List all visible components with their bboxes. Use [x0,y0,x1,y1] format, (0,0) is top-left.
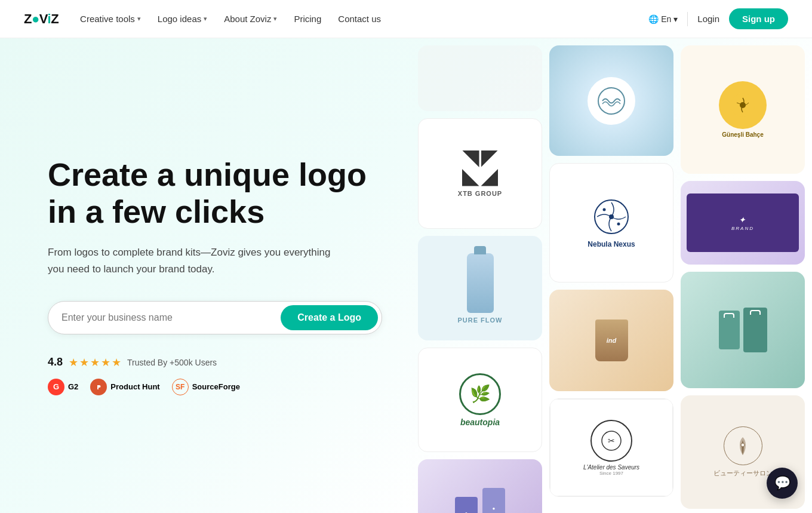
business-name-form: Create a Logo [48,301,382,334]
star-icon: ★ [69,356,78,369]
bottle-icon [467,253,494,313]
rating-number: 4.8 [48,356,63,368]
bag-icon [743,308,767,352]
pure-flow-card[interactable]: PURE FLOW [418,236,542,340]
coffee-cup-card[interactable]: ind [549,290,673,391]
wave-diner-card[interactable] [549,45,673,156]
hero-title: Create a unique logo in a few clicks [48,156,382,230]
xtb-symbol [462,150,498,186]
jp-beauty-label: ビューティーサロン [713,469,773,478]
svg-point-3 [609,214,614,219]
product-hunt-badge[interactable]: Product Hunt [90,379,159,395]
star-icon: ★ [112,356,121,369]
nebula-icon [592,198,631,236]
sourceforge-badge[interactable]: SF SourceForge [172,379,240,395]
coffee-visual: ind [549,290,673,391]
star-icon: ★ [90,356,100,369]
logo-column-2: Nebula Nexus ind [549,45,673,506]
chevron-down-icon: ▾ [273,15,277,23]
pure-flow-label: PURE FLOW [458,317,503,324]
trusted-text: Trusted By +500k Users [127,358,217,367]
nebula-nexus-card[interactable]: Nebula Nexus [549,163,673,282]
gunesli-label: Güneşli Bahçe [722,131,763,138]
beautopia-card[interactable]: 🌿 beautopia [418,348,542,452]
nav-contact[interactable]: Contact us [338,14,381,24]
signup-button[interactable]: Sign up [729,8,788,29]
nav-logo-ideas[interactable]: Logo ideas ▾ [158,14,207,24]
business-name-input[interactable] [61,312,281,323]
hero-left: Create a unique logo in a few clicks Fro… [0,38,418,513]
jp-beauty-icon [724,426,762,465]
nav-pricing[interactable]: Pricing [294,14,321,24]
product-hunt-icon [90,379,107,395]
chevron-down-icon: ▾ [673,14,678,24]
nav-about-zoviz[interactable]: About Zoviz ▾ [224,14,277,24]
globe-icon: 🌐 [648,14,659,24]
star-icon: ★ [79,356,89,369]
atelier-since: Since 1997 [599,471,623,476]
g2-label: G2 [68,382,78,391]
star-rating: ★ ★ ★ ★ ★ [69,356,121,369]
wave-diner-visual [549,45,673,156]
bag-handle-icon [724,313,734,318]
svg-point-5 [617,222,620,225]
atelier-card[interactable]: ✂ L'Atelier des Saveurs Since 1997 [549,398,673,497]
chevron-down-icon: ▾ [137,15,141,23]
login-button[interactable]: Login [697,14,719,24]
atelier-label: L'Atelier des Saveurs [583,464,639,471]
hero-subtitle: From logos to complete brand kits—Zoviz … [48,244,346,277]
logo-text: Z●ViZ [24,11,59,27]
beautopia-label: beautopia [460,417,500,427]
gunesli-icon [719,81,767,129]
chat-icon: 💬 [774,475,791,491]
beautopia-icon: 🌿 [459,373,501,415]
bags-visual [681,272,805,388]
g2-badge[interactable]: G G2 [48,379,78,395]
logo-grid: XTB GROUP PURE FLOW 🌿 beautopia [418,38,812,513]
nav-creative-tools[interactable]: Creative tools ▾ [80,14,141,24]
boxes-card[interactable]: ● ● [418,459,542,513]
nav-right: 🌐 En ▾ Login Sign up [648,8,788,29]
nebula-label: Nebula Nexus [588,240,635,248]
wave-logo-icon [588,77,635,125]
logo-column-1: XTB GROUP PURE FLOW 🌿 beautopia [418,45,542,506]
navbar: Z●ViZ Creative tools ▾ Logo ideas ▾ Abou… [0,0,812,38]
purple-biz-card[interactable]: ✦ BRAND [681,181,805,265]
list-item [418,45,542,111]
logo-column-3: Güneşli Bahçe ✦ BRAND [681,45,805,506]
create-logo-button[interactable]: Create a Logo [281,305,378,330]
business-card-mini: ✦ BRAND [687,193,798,252]
logo[interactable]: Z●ViZ [24,11,59,27]
xtb-label: XTB GROUP [458,190,502,197]
rating-row: 4.8 ★ ★ ★ ★ ★ Trusted By +500k Users [48,356,382,369]
nav-divider [687,12,688,26]
star-icon: ★ [101,356,110,369]
sourceforge-icon: SF [172,379,189,395]
chat-button[interactable]: 💬 [767,468,798,499]
svg-point-1 [598,88,625,114]
hero-section: Create a unique logo in a few clicks Fro… [0,38,812,513]
nav-links: Creative tools ▾ Logo ideas ▾ About Zovi… [80,14,648,24]
bag-handle-icon [750,310,761,315]
bag-icon [719,311,740,349]
teal-bags-card[interactable] [681,272,805,388]
product-hunt-label: Product Hunt [110,382,159,391]
chevron-down-icon: ▾ [204,15,207,23]
atelier-icon: ✂ [590,420,632,462]
svg-point-10 [741,443,745,447]
xtb-group-card[interactable]: XTB GROUP [418,118,542,229]
language-selector[interactable]: 🌐 En ▾ [648,14,678,24]
atelier-visual: ✂ L'Atelier des Saveurs Since 1997 [550,399,673,496]
svg-point-4 [602,208,605,211]
sourceforge-label: SourceForge [192,382,240,391]
badges-row: G G2 Product Hunt SF Source [48,379,382,395]
svg-text:✂: ✂ [608,436,615,446]
g2-icon: G [48,379,64,395]
gunesli-card[interactable]: Güneşli Bahçe [681,45,805,174]
